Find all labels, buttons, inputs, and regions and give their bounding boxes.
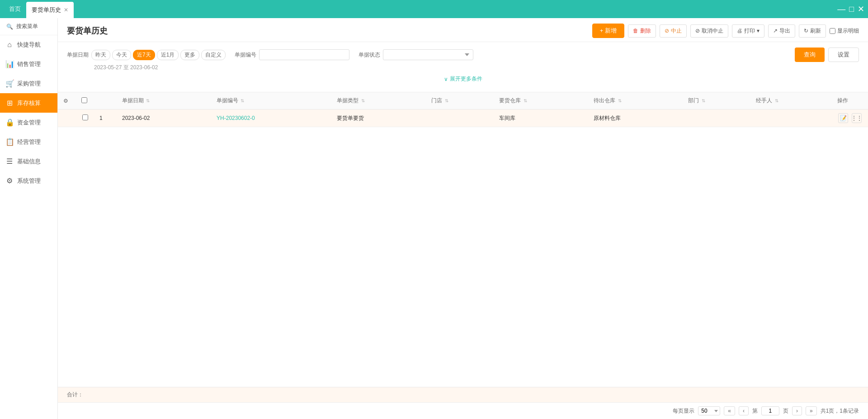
row-settings-cell [58, 110, 76, 127]
row-actions: 📝 ⋮⋮ [832, 110, 868, 127]
date-btn-today[interactable]: 今天 [112, 50, 131, 60]
next-page-button[interactable]: › [792, 406, 802, 415]
tab-purchase-history[interactable]: 要货单历史 ✕ [26, 2, 74, 18]
total-info: 共1页，1条记录 [821, 407, 859, 415]
sidebar-item-finance-label: 资金管理 [17, 119, 41, 127]
date-btn-custom[interactable]: 自定义 [201, 50, 226, 60]
select-all-checkbox[interactable] [81, 97, 87, 103]
sidebar-item-system[interactable]: ⚙ 系统管理 [0, 171, 57, 190]
row-handler [750, 110, 832, 127]
filter-settings-button[interactable]: 设置 [828, 48, 859, 62]
col-no [94, 92, 117, 110]
sidebar-item-operations-label: 经营管理 [17, 138, 41, 146]
row-docno: YH-20230602-0 [211, 110, 331, 127]
sidebar-item-shortcut-label: 快捷导航 [17, 41, 41, 49]
sidebar-item-inventory[interactable]: ⊞ 库存核算 [0, 93, 57, 113]
sidebar-item-purchase[interactable]: 🛒 采购管理 [0, 74, 57, 93]
purchase-icon: 🛒 [5, 79, 14, 88]
date-btn-more[interactable]: 更多 [180, 50, 199, 60]
tab-home-label: 首页 [9, 5, 21, 13]
cancel-stop-button[interactable]: ⊘ 取消中止 [690, 24, 728, 38]
display-detail-toggle[interactable]: 显示明细 [830, 27, 859, 35]
sort-date-icon: ⇅ [146, 98, 150, 103]
settings-row-icon[interactable]: ⚙ [63, 98, 68, 104]
delete-icon: 🗑 [633, 28, 638, 34]
stop-button[interactable]: ⊘ 中止 [660, 24, 687, 38]
date-btn-1month[interactable]: 近1月 [157, 50, 179, 60]
filter-date-buttons: 昨天 今天 近7天 近1月 更多 自定义 [91, 50, 226, 60]
tab-home[interactable]: 首页 [4, 0, 26, 18]
minimize-button[interactable]: — [837, 5, 845, 13]
date-btn-7days[interactable]: 近7天 [133, 50, 155, 60]
tab-list: 首页 要货单历史 ✕ [4, 0, 837, 18]
col-check [76, 92, 94, 110]
sidebar-item-shortcut[interactable]: ⌂ 快捷导航 [0, 35, 57, 54]
col-date[interactable]: 单据日期 ⇅ [117, 92, 211, 110]
sidebar: 🔍 搜索菜单 ⌂ 快捷导航 📊 销售管理 🛒 采购管理 ⊞ 库存核算 🔒 资 [0, 18, 58, 419]
page-input[interactable] [761, 406, 779, 415]
basic-icon: ☰ [5, 157, 14, 166]
expand-icon: ∨ [444, 76, 448, 82]
row-doctype: 要货单要货 [331, 110, 426, 127]
sidebar-item-operations[interactable]: 📋 经营管理 [0, 132, 57, 152]
row-pending-warehouse: 原材料仓库 [588, 110, 683, 127]
query-button[interactable]: 查询 [795, 48, 825, 62]
export-button[interactable]: ↗ 导出 [768, 24, 795, 38]
date-btn-yesterday[interactable]: 昨天 [91, 50, 110, 60]
sidebar-item-sales[interactable]: 📊 销售管理 [0, 54, 57, 74]
close-window-button[interactable]: ✕ [858, 5, 864, 13]
col-settings: ⚙ [58, 92, 76, 110]
row-edit-icon[interactable]: 📝 [838, 113, 848, 123]
delete-button[interactable]: 🗑 删除 [628, 24, 656, 38]
new-button[interactable]: + 新增 [592, 24, 624, 38]
row-req-warehouse: 车间库 [494, 110, 588, 127]
sidebar-item-basic[interactable]: ☰ 基础信息 [0, 152, 57, 171]
last-page-button[interactable]: » [806, 406, 817, 415]
filter-docno-label: 单据编号 [235, 51, 256, 59]
refresh-button[interactable]: ↻ 刷新 [799, 24, 826, 38]
filter-bar: 单据日期 昨天 今天 近7天 近1月 更多 自定义 单据编号 [58, 42, 868, 92]
close-tab-icon[interactable]: ✕ [64, 7, 68, 13]
toolbar: + 新增 🗑 删除 ⊘ 中止 ⊘ 取消中止 🖨 打 [592, 24, 859, 38]
sort-docno-icon: ⇅ [241, 98, 244, 103]
col-department[interactable]: 部门 ⇅ [683, 92, 750, 110]
content-area: 要货单历史 + 新增 🗑 删除 ⊘ 中止 ⊘ 取消中止 [58, 18, 868, 419]
print-icon: 🖨 [737, 28, 742, 34]
display-detail-checkbox[interactable] [830, 28, 835, 34]
per-page-select[interactable]: 50 100 200 [698, 406, 720, 415]
row-check-cell [76, 110, 94, 127]
date-range-display: 2023-05-27 至 2023-06-02 [94, 64, 859, 71]
col-store[interactable]: 门店 ⇅ [426, 92, 494, 110]
first-page-button[interactable]: « [724, 406, 735, 415]
col-doctype[interactable]: 单据类型 ⇅ [331, 92, 426, 110]
row-checkbox[interactable] [82, 114, 88, 120]
sidebar-search[interactable]: 🔍 搜索菜单 [0, 18, 57, 35]
col-req-warehouse[interactable]: 要货仓库 ⇅ [494, 92, 588, 110]
filter-docno-input[interactable] [259, 49, 349, 60]
filter-actions: 查询 设置 [795, 48, 859, 62]
col-pending-warehouse[interactable]: 待出仓库 ⇅ [588, 92, 683, 110]
expand-filter-button[interactable]: ∨ 展开更多条件 [440, 73, 486, 85]
row-more-icon[interactable]: ⋮⋮ [852, 113, 862, 123]
filter-row: 单据日期 昨天 今天 近7天 近1月 更多 自定义 单据编号 [67, 48, 859, 62]
sort-req-warehouse-icon: ⇅ [524, 98, 527, 103]
sort-doctype-icon: ⇅ [361, 98, 365, 103]
prev-page-button[interactable]: ‹ [739, 406, 749, 415]
col-docno[interactable]: 单据编号 ⇅ [211, 92, 331, 110]
filter-expand-row: ∨ 展开更多条件 [67, 71, 859, 88]
stop-icon: ⊘ [665, 28, 669, 34]
row-docno-link[interactable]: YH-20230602-0 [217, 115, 255, 121]
sidebar-item-finance[interactable]: 🔒 资金管理 [0, 113, 57, 132]
maximize-button[interactable]: □ [849, 5, 854, 13]
filter-status-label: 单据状态 [359, 51, 380, 59]
print-dropdown-icon: ▾ [757, 28, 760, 34]
print-button[interactable]: 🖨 打印 ▾ [732, 24, 764, 38]
system-icon: ⚙ [5, 176, 14, 185]
col-handler[interactable]: 经手人 ⇅ [750, 92, 832, 110]
filter-status-select[interactable] [383, 49, 473, 60]
top-bar-controls: — □ ✕ [837, 5, 864, 13]
page-prefix: 第 [752, 407, 758, 415]
table-container: ⚙ 单据日期 ⇅ 单据编号 [58, 92, 868, 387]
row-no: 1 [94, 110, 117, 127]
table-body: 1 2023-06-02 YH-20230602-0 要货单要货 车间库 原材料… [58, 110, 868, 127]
